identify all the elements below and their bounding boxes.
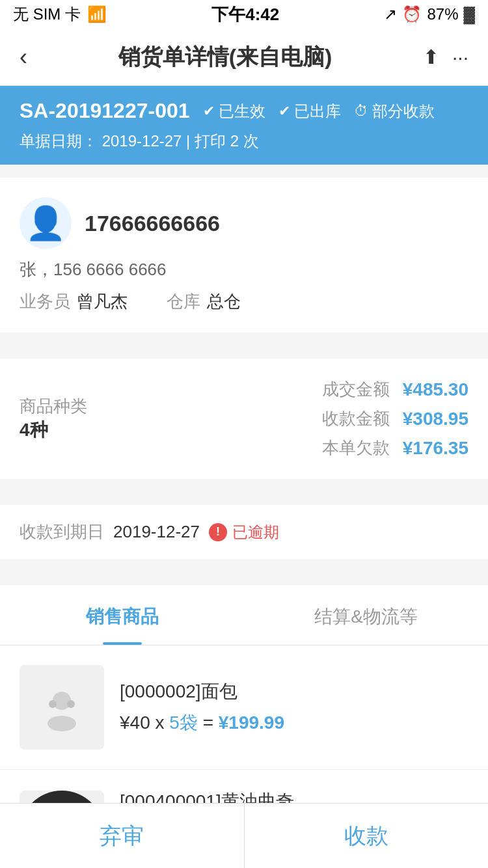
category-label: 商品种类 — [20, 395, 87, 418]
customer-row: 👤 17666666666 — [20, 197, 468, 249]
battery-text: 87% — [427, 5, 458, 23]
header-banner: SA-20191227-001 ✔ 已生效 ✔ 已出库 ⏱ 部分收款 单据日期：… — [0, 86, 488, 165]
due-label: 收款到期日 — [20, 521, 104, 543]
tab-sales-label: 销售商品 — [86, 606, 159, 627]
product-thumb-1 — [20, 665, 104, 750]
customer-name-info: 张，156 6666 6666 — [20, 258, 468, 281]
amount-value: ¥485.30 — [403, 379, 468, 400]
more-icon[interactable]: ··· — [452, 46, 468, 68]
received-label: 收款金额 — [322, 407, 390, 430]
order-id: SA-20191227-001 — [20, 99, 190, 123]
tab-settlement[interactable]: 结算&物流等 — [244, 585, 488, 645]
due-section: 收款到期日 2019-12-27 ! 已逾期 — [0, 505, 488, 559]
svg-point-2 — [49, 700, 57, 708]
status-left: 无 SIM 卡 📶 — [13, 4, 107, 25]
product-item: [0000002]面包 ¥40 x 5袋 = ¥199.99 — [0, 645, 488, 770]
separator-1 — [0, 332, 488, 346]
owed-value: ¥176.35 — [403, 438, 468, 459]
stats-right: 成交金额 ¥485.30 收款金额 ¥308.95 本单欠款 ¥176.35 — [322, 378, 468, 459]
amount-label: 成交金额 — [322, 378, 390, 401]
svg-point-3 — [67, 700, 75, 708]
sales-value: 曾凡杰 — [77, 290, 128, 313]
warehouse-label: 仓库 — [167, 290, 200, 313]
stats-section: 商品种类 4种 成交金额 ¥485.30 收款金额 ¥308.95 本单欠款 ¥… — [0, 359, 488, 479]
product-placeholder-icon-1 — [36, 681, 88, 733]
warehouse-value: 总仓 — [207, 290, 241, 313]
product-info-1: [0000002]面包 ¥40 x 5袋 = ¥199.99 — [120, 679, 468, 735]
date-label: 单据日期： — [20, 132, 98, 150]
badge-shipped-label: 已出库 — [294, 101, 341, 122]
received-value: ¥308.95 — [403, 409, 468, 429]
badge-partial: ⏱ 部分收款 — [354, 101, 435, 122]
customer-section: 👤 17666666666 张，156 6666 6666 业务员 曾凡杰 仓库… — [0, 178, 488, 332]
tabs-section: 销售商品 结算&物流等 — [0, 585, 488, 645]
price-text-1: ¥40 x — [120, 712, 169, 733]
sales-label: 业务员 — [20, 290, 70, 313]
qty-1: 5袋 — [169, 712, 198, 733]
badge-effective-label: 已生效 — [219, 101, 265, 122]
print-text: | 打印 2 次 — [186, 132, 259, 150]
received-row: 收款金额 ¥308.95 — [322, 407, 468, 430]
svg-point-0 — [53, 692, 71, 710]
badge-effective: ✔ 已生效 — [203, 101, 265, 122]
separator-3 — [0, 559, 488, 572]
owed-row: 本单欠款 ¥176.35 — [322, 437, 468, 459]
badge-shipped: ✔ 已出库 — [278, 101, 341, 122]
amount-row: 成交金额 ¥485.30 — [322, 378, 468, 401]
bottom-bar: 弃审 收款 — [0, 803, 488, 868]
share-icon[interactable]: ⬆ — [423, 46, 439, 68]
back-button[interactable]: ‹ — [20, 44, 27, 71]
stats-left: 商品种类 4种 — [20, 378, 87, 459]
equals-1: = — [198, 712, 219, 733]
carrier-text: 无 SIM 卡 — [13, 4, 81, 25]
location-icon: ↗ — [384, 5, 397, 23]
category-value: 4种 — [20, 418, 87, 442]
check-icon-1: ✔ — [203, 103, 215, 120]
total-1: ¥199.99 — [219, 712, 284, 733]
wifi-icon: 📶 — [87, 5, 107, 23]
due-date-value: 2019-12-27 — [113, 522, 200, 542]
alarm-icon: ⏰ — [402, 5, 422, 23]
product-price-1: ¥40 x 5袋 = ¥199.99 — [120, 711, 468, 735]
check-icon-2: ✔ — [278, 103, 290, 120]
svg-point-1 — [47, 716, 76, 731]
status-right: ↗ ⏰ 87% ▓ — [384, 5, 475, 23]
overdue-badge: ! 已逾期 — [209, 522, 279, 543]
badge-partial-label: 部分收款 — [372, 101, 435, 122]
page-title: 销货单详情(来自电脑) — [118, 42, 332, 72]
battery-icon: ▓ — [463, 5, 475, 23]
collect-payment-button[interactable]: 收款 — [245, 804, 489, 868]
banner-date-row: 单据日期： 2019-12-27 | 打印 2 次 — [20, 131, 468, 152]
separator-2 — [0, 479, 488, 492]
owed-label: 本单欠款 — [322, 437, 390, 459]
date-value: 2019-12-27 — [102, 132, 182, 150]
person-icon: 👤 — [25, 204, 66, 242]
nav-actions: ⬆ ··· — [423, 46, 468, 68]
overdue-dot-icon: ! — [209, 523, 227, 541]
tab-sales-products[interactable]: 销售商品 — [0, 585, 244, 645]
nav-bar: ‹ 销货单详情(来自电脑) ⬆ ··· — [0, 29, 488, 86]
avatar: 👤 — [20, 197, 72, 249]
product-name-1: [0000002]面包 — [120, 679, 468, 704]
abandon-review-button[interactable]: 弃审 — [0, 804, 245, 868]
status-time: 下午4:42 — [211, 3, 279, 26]
customer-phone: 17666666666 — [85, 211, 220, 236]
overdue-text: 已逾期 — [232, 522, 279, 543]
tabs-row: 销售商品 结算&物流等 — [0, 585, 488, 645]
clock-icon: ⏱ — [354, 103, 368, 120]
tab-settlement-label: 结算&物流等 — [314, 606, 418, 627]
customer-meta: 业务员 曾凡杰 仓库 总仓 — [20, 290, 468, 313]
status-bar: 无 SIM 卡 📶 下午4:42 ↗ ⏰ 87% ▓ — [0, 0, 488, 29]
banner-top: SA-20191227-001 ✔ 已生效 ✔ 已出库 ⏱ 部分收款 — [20, 99, 468, 123]
